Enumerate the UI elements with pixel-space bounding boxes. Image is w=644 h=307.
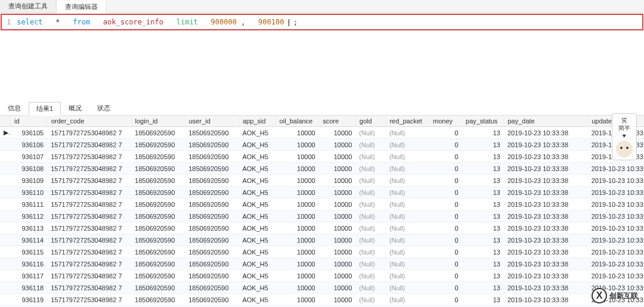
column-header-pay_status[interactable]: pay_status xyxy=(462,116,504,127)
cell-id[interactable]: 936108 xyxy=(11,163,48,175)
table-row[interactable]: ▶936105157179727253048982 71850692059018… xyxy=(0,127,644,139)
cell-red_packet[interactable]: (Null) xyxy=(386,187,429,199)
cell-update_date[interactable]: 2019-10-23 10:33:38 xyxy=(588,246,644,258)
table-row[interactable]: 936110157179727253048982 718506920590185… xyxy=(0,187,644,199)
cell-money[interactable]: 0 xyxy=(429,222,462,234)
cell-id[interactable]: 936107 xyxy=(11,151,48,163)
cell-user_id[interactable]: 18506920590 xyxy=(185,127,239,139)
cell-login_id[interactable]: 18506920590 xyxy=(131,234,185,246)
cell-update_date[interactable]: 2019-10-23 10:33:38 xyxy=(588,210,644,222)
cell-pay_status[interactable]: 13 xyxy=(462,234,504,246)
cell-id[interactable]: 936118 xyxy=(11,282,48,294)
cell-order_code[interactable]: 157179727253048982 7 xyxy=(47,163,131,175)
cell-score[interactable]: 10000 xyxy=(319,127,356,139)
cell-red_packet[interactable]: (Null) xyxy=(386,151,429,163)
column-header-pay_date[interactable]: pay_date xyxy=(504,116,588,127)
cell-order_code[interactable]: 157179727253048982 7 xyxy=(47,294,131,306)
cell-score[interactable]: 10000 xyxy=(319,234,356,246)
cell-money[interactable]: 0 xyxy=(429,127,462,139)
cell-login_id[interactable]: 18506920590 xyxy=(131,246,185,258)
cell-order_code[interactable]: 157179727253048982 7 xyxy=(47,258,131,270)
cell-money[interactable]: 0 xyxy=(429,258,462,270)
results-tab[interactable]: 概况 xyxy=(61,101,89,115)
cell-order_code[interactable]: 157179727253048982 7 xyxy=(47,282,131,294)
cell-user_id[interactable]: 18506920590 xyxy=(185,210,239,222)
cell-gold[interactable]: (Null) xyxy=(355,258,386,270)
cell-red_packet[interactable]: (Null) xyxy=(386,294,429,306)
editor-tab[interactable]: 查询编辑器 xyxy=(57,1,107,13)
cell-money[interactable]: 0 xyxy=(429,151,462,163)
cell-score[interactable]: 10000 xyxy=(319,270,356,282)
cell-id[interactable]: 936116 xyxy=(11,258,48,270)
cell-score[interactable]: 10000 xyxy=(319,294,356,306)
cell-red_packet[interactable]: (Null) xyxy=(386,270,429,282)
cell-oil_balance[interactable]: 10000 xyxy=(275,270,319,282)
table-row[interactable]: 936116157179727253048982 718506920590185… xyxy=(0,258,644,270)
column-header-money[interactable]: money xyxy=(429,116,462,127)
cell-score[interactable]: 10000 xyxy=(319,151,356,163)
cell-update_date[interactable]: 2019-10-23 10:33:38 xyxy=(588,258,644,270)
cell-app_sid[interactable]: AOK_H5 xyxy=(239,210,275,222)
cell-red_packet[interactable]: (Null) xyxy=(386,139,429,151)
cell-id[interactable]: 936112 xyxy=(11,210,48,222)
cell-app_sid[interactable]: AOK_H5 xyxy=(239,151,275,163)
cell-red_packet[interactable]: (Null) xyxy=(386,163,429,175)
cell-pay_status[interactable]: 13 xyxy=(462,246,504,258)
cell-user_id[interactable]: 18506920590 xyxy=(185,199,239,210)
cell-id[interactable]: 936106 xyxy=(11,139,48,151)
cell-pay_status[interactable]: 13 xyxy=(462,294,504,306)
cell-user_id[interactable]: 18506920590 xyxy=(185,282,239,294)
cell-red_packet[interactable]: (Null) xyxy=(386,210,429,222)
cell-money[interactable]: 0 xyxy=(429,234,462,246)
avatar-badge[interactable]: 笑 简半 ♥ xyxy=(612,113,637,160)
table-row[interactable]: 936117157179727253048982 718506920590185… xyxy=(0,270,644,282)
results-tab[interactable]: 状态 xyxy=(89,101,118,115)
cell-score[interactable]: 10000 xyxy=(319,282,356,294)
cell-pay_status[interactable]: 13 xyxy=(462,127,504,139)
cell-id[interactable]: 936105 xyxy=(11,127,48,139)
table-row[interactable]: 936107157179727253048982 718506920590185… xyxy=(0,151,644,163)
cell-order_code[interactable]: 157179727253048982 7 xyxy=(47,234,131,246)
results-tab[interactable]: 结果1 xyxy=(29,102,61,116)
cell-oil_balance[interactable]: 10000 xyxy=(275,282,319,294)
table-row[interactable]: 936109157179727253048982 718506920590185… xyxy=(0,175,644,187)
cell-red_packet[interactable]: (Null) xyxy=(386,234,429,246)
cell-score[interactable]: 10000 xyxy=(319,187,356,199)
cell-update_date[interactable]: 2019-10-23 10:33:38 xyxy=(588,187,644,199)
cell-order_code[interactable]: 157179727253048982 7 xyxy=(47,222,131,234)
cell-gold[interactable]: (Null) xyxy=(355,270,386,282)
cell-user_id[interactable]: 18506920590 xyxy=(185,187,239,199)
sql-editor[interactable]: 1 select * from aok_score_info limit 900… xyxy=(2,15,642,29)
cell-money[interactable]: 0 xyxy=(429,246,462,258)
cell-pay_date[interactable]: 2019-10-23 10:33:38 xyxy=(504,258,588,270)
column-header-score[interactable]: score xyxy=(319,116,356,127)
cell-user_id[interactable]: 18506920590 xyxy=(185,175,239,187)
cell-pay_date[interactable]: 2019-10-23 10:33:38 xyxy=(504,175,588,187)
cell-oil_balance[interactable]: 10000 xyxy=(275,163,319,175)
table-row[interactable]: 936118157179727253048982 718506920590185… xyxy=(0,282,644,294)
cell-login_id[interactable]: 18506920590 xyxy=(131,258,185,270)
cell-app_sid[interactable]: AOK_H5 xyxy=(239,306,275,307)
cell-pay_status[interactable]: 13 xyxy=(462,199,504,210)
cell-order_code[interactable]: 157179727253048982 7 xyxy=(47,270,131,282)
cell-oil_balance[interactable]: 10000 xyxy=(275,234,319,246)
cell-gold[interactable]: (Null) xyxy=(355,306,386,307)
table-row[interactable]: 936108157179727253048982 718506920590185… xyxy=(0,163,644,175)
cell-pay_date[interactable]: 2019-10-23 10:33:38 xyxy=(504,222,588,234)
cell-oil_balance[interactable]: 10000 xyxy=(275,222,319,234)
cell-gold[interactable]: (Null) xyxy=(355,294,386,306)
cell-app_sid[interactable]: AOK_H5 xyxy=(239,127,275,139)
cell-order_code[interactable]: 157179727253048982 7 xyxy=(47,175,131,187)
cell-update_date[interactable]: 2019-10-23 10:33:38 xyxy=(588,175,644,187)
cell-app_sid[interactable]: AOK_H5 xyxy=(239,187,275,199)
cell-gold[interactable]: (Null) xyxy=(355,234,386,246)
cell-oil_balance[interactable]: 10000 xyxy=(275,258,319,270)
cell-gold[interactable]: (Null) xyxy=(355,175,386,187)
cell-user_id[interactable]: 18506920590 xyxy=(185,306,239,307)
cell-money[interactable]: 0 xyxy=(429,282,462,294)
cell-red_packet[interactable]: (Null) xyxy=(386,175,429,187)
table-row[interactable]: 936113157179727253048982 718506920590185… xyxy=(0,222,644,234)
cell-id[interactable]: 936120 xyxy=(11,306,48,307)
cell-oil_balance[interactable]: 10000 xyxy=(275,151,319,163)
cell-app_sid[interactable]: AOK_H5 xyxy=(239,246,275,258)
